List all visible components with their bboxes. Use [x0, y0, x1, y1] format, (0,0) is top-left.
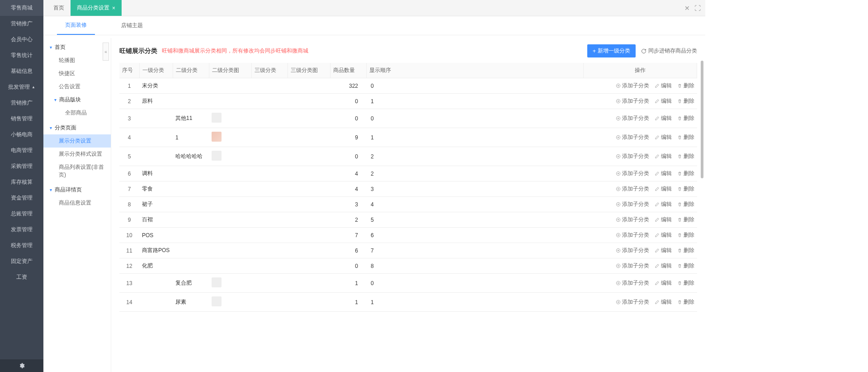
th-8: 操作 [583, 63, 697, 78]
tab-active[interactable]: 商品分类设置× [71, 0, 122, 16]
tree-leaf-0-1[interactable]: 快捷区 [43, 67, 111, 80]
add-sub-button[interactable]: 添加子分类 [616, 216, 649, 224]
nav-item-2[interactable]: 会员中心 [0, 32, 43, 48]
tree-leaf-0-0[interactable]: 轮播图 [43, 54, 111, 67]
add-sub-button[interactable]: 添加子分类 [616, 279, 649, 287]
nav-item-8[interactable]: 小畅电商 [0, 127, 43, 143]
close-icon[interactable]: × [112, 5, 115, 11]
thumb-icon [212, 113, 222, 123]
add-sub-button[interactable]: 添加子分类 [616, 153, 649, 160]
tree-subgroup-0[interactable]: 商品版块 [43, 93, 111, 106]
delete-button[interactable]: 删除 [677, 279, 694, 287]
main-panel: 旺铺展示分类 旺铺和微商城展示分类相同，所有修改均会同步旺铺和微商城 新增一级分… [111, 38, 705, 372]
add-category-button[interactable]: 新增一级分类 [587, 44, 636, 57]
edit-button[interactable]: 编辑 [655, 97, 672, 105]
nav-item-11[interactable]: 库存核算 [0, 174, 43, 190]
add-sub-button[interactable]: 添加子分类 [616, 200, 649, 208]
add-sub-button[interactable]: 添加子分类 [616, 298, 649, 306]
add-sub-button[interactable]: 添加子分类 [616, 114, 649, 122]
nav-item-1[interactable]: 营销推广 [0, 16, 43, 32]
close-all-icon[interactable]: ✕ [684, 5, 690, 12]
nav-item-6[interactable]: 营销推广 [0, 95, 43, 111]
nav-item-14[interactable]: 发票管理 [0, 222, 43, 238]
delete-button[interactable]: 删除 [677, 298, 694, 306]
edit-button[interactable]: 编辑 [655, 231, 672, 239]
tree-leaf-1-1[interactable]: 展示分类样式设置 [43, 148, 111, 161]
nav-item-0[interactable]: 零售商城 [0, 0, 43, 16]
edit-button[interactable]: 编辑 [655, 170, 672, 177]
delete-button[interactable]: 删除 [677, 247, 694, 254]
delete-button[interactable]: 删除 [677, 262, 694, 270]
edit-button[interactable]: 编辑 [655, 216, 672, 224]
table-row: 13复合肥10添加子分类编辑删除 [119, 274, 697, 293]
add-sub-button[interactable]: 添加子分类 [616, 247, 649, 254]
tree-leaf-0-2[interactable]: 公告设置 [43, 80, 111, 93]
table-row: 7零食43添加子分类编辑删除 [119, 181, 697, 197]
delete-button[interactable]: 删除 [677, 231, 694, 239]
add-sub-button[interactable]: 添加子分类 [616, 262, 649, 270]
nav-item-4[interactable]: 基础信息 [0, 63, 43, 79]
scrollbar[interactable] [701, 61, 703, 367]
edit-button[interactable]: 编辑 [655, 200, 672, 208]
delete-button[interactable]: 删除 [677, 97, 694, 105]
thumb-icon [212, 132, 222, 142]
edit-button[interactable]: 编辑 [655, 134, 672, 141]
nav-item-12[interactable]: 资金管理 [0, 190, 43, 206]
add-sub-button[interactable]: 添加子分类 [616, 134, 649, 141]
thumb-icon [212, 277, 222, 287]
delete-button[interactable]: 删除 [677, 200, 694, 208]
tab-theme[interactable]: 店铺主题 [113, 16, 151, 35]
edit-button[interactable]: 编辑 [655, 153, 672, 160]
edit-button[interactable]: 编辑 [655, 298, 672, 306]
nav-item-17[interactable]: 工资 [0, 269, 43, 285]
edit-button[interactable]: 编辑 [655, 279, 672, 287]
table-row: 10POS76添加子分类编辑删除 [119, 228, 697, 243]
delete-button[interactable]: 删除 [677, 114, 694, 122]
th-6: 商品数量 [330, 63, 366, 78]
fullscreen-icon[interactable]: ⛶ [694, 5, 701, 12]
tree-subleaf-0-0[interactable]: 全部商品 [43, 106, 111, 119]
nav-item-7[interactable]: 销售管理 [0, 111, 43, 127]
add-sub-button[interactable]: 添加子分类 [616, 97, 649, 105]
tab-home[interactable]: 首页 [47, 0, 71, 16]
delete-button[interactable]: 删除 [677, 185, 694, 193]
tree-group-0[interactable]: 首页 [43, 41, 111, 54]
tree-group-1[interactable]: 分类页面 [43, 121, 111, 134]
delete-button[interactable]: 删除 [677, 153, 694, 160]
edit-button[interactable]: 编辑 [655, 114, 672, 122]
edit-button[interactable]: 编辑 [655, 185, 672, 193]
table-row: 4191添加子分类编辑删除 [119, 128, 697, 147]
nav-item-16[interactable]: 固定资产 [0, 253, 43, 269]
tree-group-2[interactable]: 商品详情页 [43, 183, 111, 196]
delete-button[interactable]: 删除 [677, 216, 694, 224]
sync-icon [641, 48, 646, 54]
edit-button[interactable]: 编辑 [655, 247, 672, 254]
tree-leaf-2-0[interactable]: 商品信息设置 [43, 196, 111, 210]
nav-item-15[interactable]: 税务管理 [0, 238, 43, 253]
nav-item-5[interactable]: 批发管理 [0, 79, 43, 95]
add-sub-button[interactable]: 添加子分类 [616, 170, 649, 177]
panel-header: 旺铺展示分类 旺铺和微商城展示分类相同，所有修改均会同步旺铺和微商城 新增一级分… [119, 44, 697, 57]
nav-item-10[interactable]: 采购管理 [0, 158, 43, 174]
collapse-handle[interactable]: « [103, 43, 109, 61]
delete-button[interactable]: 删除 [677, 82, 694, 90]
tab-decorate[interactable]: 页面装修 [57, 16, 95, 35]
add-sub-button[interactable]: 添加子分类 [616, 82, 649, 90]
gear-icon [19, 362, 25, 369]
thumb-icon [212, 296, 222, 306]
delete-button[interactable]: 删除 [677, 170, 694, 177]
nav-item-13[interactable]: 总账管理 [0, 206, 43, 222]
settings-bar[interactable] [0, 359, 43, 372]
table-row: 12化肥08添加子分类编辑删除 [119, 258, 697, 274]
table-row: 6调料42添加子分类编辑删除 [119, 166, 697, 181]
delete-button[interactable]: 删除 [677, 134, 694, 141]
sync-button[interactable]: 同步进销存商品分类 [641, 47, 697, 55]
tree-leaf-1-2[interactable]: 商品列表设置(非首页) [43, 161, 111, 181]
add-sub-button[interactable]: 添加子分类 [616, 185, 649, 193]
edit-button[interactable]: 编辑 [655, 82, 672, 90]
tree-leaf-1-0[interactable]: 展示分类设置 [43, 134, 111, 148]
nav-item-9[interactable]: 电商管理 [0, 143, 43, 158]
add-sub-button[interactable]: 添加子分类 [616, 231, 649, 239]
edit-button[interactable]: 编辑 [655, 262, 672, 270]
nav-item-3[interactable]: 零售统计 [0, 48, 43, 63]
